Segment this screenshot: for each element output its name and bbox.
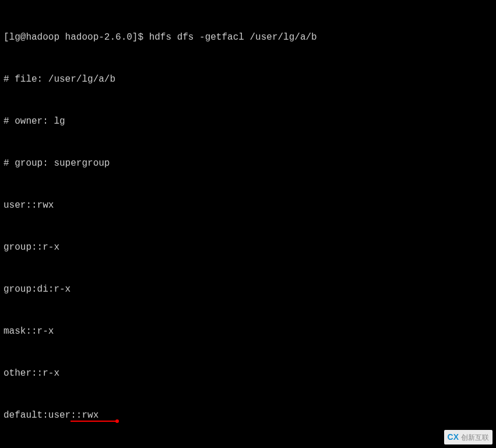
output-line: other::r-x xyxy=(3,366,493,380)
highlight-underline xyxy=(71,421,117,422)
highlight-dot xyxy=(115,419,119,423)
output-line: default:user::rwx xyxy=(3,408,493,422)
watermark: CX 创新互联 xyxy=(444,430,493,444)
output-line: # file: /user/lg/a/b xyxy=(3,72,493,86)
output-line: # owner: lg xyxy=(3,114,493,128)
output-line: mask::r-x xyxy=(3,324,493,338)
output-line: group:di:r-x xyxy=(3,282,493,296)
command-text: hdfs dfs -getfacl /user/lg/a/b xyxy=(149,32,317,43)
output-line: group::r-x xyxy=(3,240,493,254)
output-text: default:user::rwx xyxy=(3,410,99,421)
output-line: # group: supergroup xyxy=(3,156,493,170)
shell-prompt: [lg@hadoop hadoop-2.6.0]$ xyxy=(3,32,149,43)
output-line: user::rwx xyxy=(3,198,493,212)
terminal-output[interactable]: [lg@hadoop hadoop-2.6.0]$ hdfs dfs -getf… xyxy=(0,0,496,448)
watermark-logo: CX xyxy=(448,431,459,443)
command-line: [lg@hadoop hadoop-2.6.0]$ hdfs dfs -getf… xyxy=(3,30,493,44)
watermark-text: 创新互联 xyxy=(461,432,489,443)
